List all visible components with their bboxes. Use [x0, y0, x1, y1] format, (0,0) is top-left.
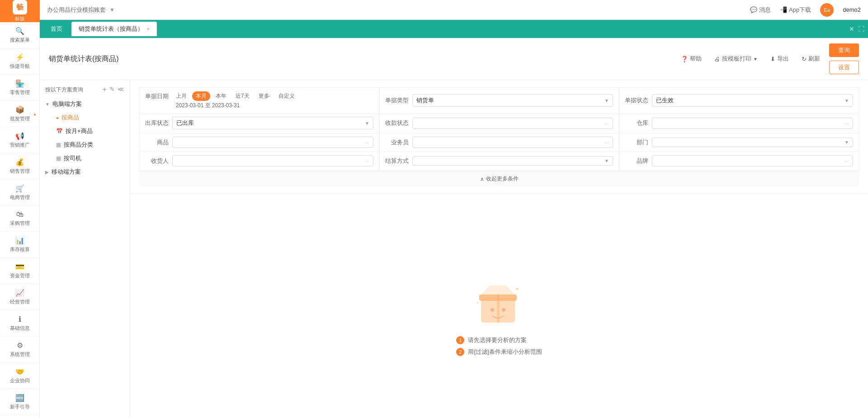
doc-status-select[interactable]: 已生效 ▼	[652, 94, 853, 107]
date-tabs-group: 上月 本月 本年 近7天 更多 自定义	[172, 91, 298, 101]
user-avatar[interactable]: Ea	[820, 3, 834, 17]
close-window-btn[interactable]: ✕	[849, 25, 854, 33]
empty-svg: ✦ ✦ ✦	[472, 273, 526, 327]
refresh-icon: ↻	[802, 56, 807, 62]
outbound-cell: 出库状态 已出库 ▼	[140, 113, 379, 133]
collapse-filters-btn[interactable]: ∧ 收起更多条件	[139, 171, 859, 186]
doc-type-label: 单据类型	[385, 96, 412, 104]
settlement-select[interactable]: ▼	[412, 156, 613, 166]
payment-label: 收款状态	[385, 119, 412, 127]
department-arrow: ▼	[844, 140, 849, 145]
department-select[interactable]: ▼	[652, 138, 853, 147]
date-tab-custom[interactable]: 自定义	[275, 91, 298, 101]
salesperson-label: 业务员	[385, 138, 412, 147]
sidebar-item-appcenter[interactable]: 📱 应用中心	[0, 415, 39, 418]
sidebar-item-newguide[interactable]: 🆕 新手引导	[0, 389, 39, 415]
tree-item-by-category[interactable]: ▦ 按商品分类	[52, 138, 130, 152]
sidebar-item-purchase[interactable]: 🛍 采购管理	[0, 206, 39, 232]
sidebar-item-ecommerce[interactable]: 🛒 电商管理	[0, 180, 39, 206]
sidebar-item-retail[interactable]: 🏪 零售管理	[0, 75, 39, 101]
outbound-select[interactable]: 已出库 ▼	[172, 117, 373, 129]
doc-type-select[interactable]: 销货单 ▼	[412, 94, 613, 107]
date-tab-7days[interactable]: 近7天	[232, 91, 253, 101]
tree-item-by-month-goods[interactable]: 📅 按月+商品	[52, 124, 130, 138]
payment-cell: 收款状态 ···	[379, 113, 619, 133]
query-button[interactable]: 查询	[829, 43, 859, 57]
purchase-icon: 🛍	[16, 210, 24, 218]
date-filter-label: 单据日期	[145, 92, 172, 100]
tab-sales-stats[interactable]: 销货单统计表（按商品） ×	[71, 22, 157, 36]
date-tab-this-year[interactable]: 本年	[212, 91, 230, 101]
svg-rect-3	[497, 298, 500, 323]
doc-status-arrow: ▼	[844, 98, 849, 103]
tab-home[interactable]: 首页	[43, 22, 70, 36]
sidebar-item-sales[interactable]: 💰 销售管理	[0, 153, 39, 180]
warehouse-input[interactable]: ···	[652, 118, 853, 129]
filter-row-2: 出库状态 已出库 ▼ 收款状态 ···	[139, 113, 859, 133]
by-category-label: 按商品分类	[64, 141, 93, 149]
receiver-label: 收货人	[145, 157, 172, 165]
collapse-panel-btn[interactable]: ≪	[118, 86, 124, 94]
sidebar-item-operations[interactable]: 📈 经营管理	[0, 284, 39, 310]
left-panel-actions: + ✎ ≪	[103, 86, 124, 94]
help-btn[interactable]: ❓ 帮助	[677, 53, 705, 65]
collapse-icon: ∧	[480, 176, 484, 182]
doc-type-value: 销货单	[416, 96, 434, 104]
sidebar-item-quick-nav[interactable]: ⚡ 快捷导航	[0, 48, 39, 75]
salesperson-dots: ···	[604, 139, 609, 146]
edit-scheme-btn[interactable]: ✎	[109, 86, 115, 94]
tree-group-pc[interactable]: ▼ 电脑端方案	[40, 97, 130, 111]
sidebar-item-system[interactable]: ⚙ 系统管理	[0, 337, 39, 363]
outbound-value: 已出库	[176, 119, 194, 127]
salesperson-input[interactable]: ···	[412, 137, 613, 148]
receiver-input[interactable]: ···	[172, 155, 373, 166]
top-header: 办公用品行业模拟账套 ▼ 💬 消息 📲 App下载 Ea demo2	[40, 0, 868, 20]
refresh-btn[interactable]: ↻ 刷新	[798, 53, 824, 65]
date-tab-more[interactable]: 更多	[255, 91, 273, 101]
receiver-dots: ···	[364, 157, 369, 164]
filter-row-1: 单据日期 上月 本月 本年 近7天 更多 自定义	[139, 87, 859, 114]
app-logo[interactable]: 畅 标版	[0, 0, 40, 22]
tab-close-btn[interactable]: ×	[147, 27, 150, 32]
add-scheme-btn[interactable]: +	[103, 86, 107, 94]
message-action[interactable]: 💬 消息	[750, 6, 771, 14]
sidebar-item-inventory[interactable]: 📊 库存核算	[0, 232, 39, 258]
maximize-window-btn[interactable]: ⛶	[858, 25, 864, 33]
tip-text-2: 用[过滤]条件来缩小分析范围	[468, 348, 542, 356]
brand-input[interactable]: ···	[652, 155, 853, 166]
sidebar-item-finance[interactable]: 💳 资金管理	[0, 258, 39, 284]
by-driver-icon: ▦	[56, 155, 61, 162]
goods-dots: ···	[364, 139, 369, 146]
date-tab-this-month[interactable]: 本月	[192, 91, 210, 101]
sidebar-item-wholesale[interactable]: 📦 批发管理	[0, 101, 39, 127]
tree-item-by-driver[interactable]: ▦ 按司机	[52, 152, 130, 165]
goods-input[interactable]: ···	[172, 137, 373, 148]
export-btn[interactable]: ⬇ 导出	[767, 53, 793, 65]
tree-item-by-goods[interactable]: ● 按商品	[52, 111, 130, 124]
payment-input[interactable]: ···	[412, 118, 613, 129]
sidebar-item-basicinfo[interactable]: ℹ 基础信息	[0, 310, 39, 337]
app-download-action[interactable]: 📲 App下载	[780, 6, 811, 14]
cooperation-icon: 🤝	[15, 367, 24, 376]
by-month-goods-icon: 📅	[56, 128, 63, 134]
retail-icon: 🏪	[15, 79, 24, 88]
doc-status-value: 已生效	[656, 96, 674, 104]
sidebar-search[interactable]: 🔍 搜索菜单	[0, 22, 39, 48]
sidebar-item-marketing[interactable]: 📢 营销推广	[0, 127, 39, 153]
print-icon: 🖨	[714, 56, 720, 62]
svg-text:✦: ✦	[512, 304, 515, 308]
svg-point-5	[502, 308, 505, 312]
header-dropdown-arrow[interactable]: ▼	[109, 7, 115, 13]
tip-num-2: 2	[456, 348, 464, 356]
date-range-display: 2023-03-01 至 2023-03-31	[176, 102, 240, 109]
date-tab-prev-month[interactable]: 上月	[172, 91, 190, 101]
tab-bar: 首页 销货单统计表（按商品） × ✕ ⛶	[40, 20, 868, 38]
tree-group-mobile[interactable]: ▶ 移动端方案	[40, 165, 130, 179]
print-btn[interactable]: 🖨 按模板打印 ▼	[711, 53, 761, 65]
help-label: 帮助	[690, 55, 702, 63]
header-left: 办公用品行业模拟账套 ▼	[47, 6, 115, 14]
export-icon: ⬇	[770, 56, 775, 62]
settings-button[interactable]: 设置	[829, 61, 859, 74]
help-icon: ❓	[681, 56, 688, 62]
sidebar-item-cooperation[interactable]: 🤝 企业协同	[0, 363, 39, 389]
